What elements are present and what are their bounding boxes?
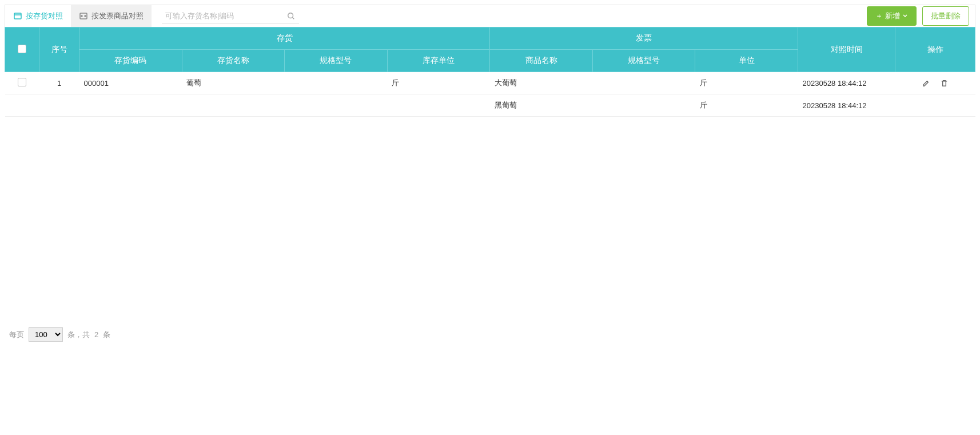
- cell-match-time: 20230528 18:44:12: [798, 94, 895, 117]
- search-box: [162, 9, 299, 23]
- table-row: 1 000001 葡萄 斤 大葡萄 斤 20230528 18:44:12: [5, 72, 975, 94]
- data-table: 序号 存货 发票 对照时间 操作 存货编码 存货名称 规格型号 库存单位 商品名…: [5, 27, 975, 117]
- cell-seq: 1: [39, 72, 79, 94]
- cell-inventory-name: 葡萄: [182, 72, 285, 94]
- cell-product-spec: [592, 72, 695, 94]
- th-inventory-group: 存货: [79, 27, 490, 50]
- plus-icon: ＋: [875, 11, 883, 21]
- chevron-down-icon: [902, 12, 908, 21]
- button-label: 新增: [885, 11, 900, 21]
- tab-by-inventory[interactable]: 按存货对照: [5, 5, 71, 27]
- th-product-unit: 单位: [695, 50, 798, 72]
- th-product-spec: 规格型号: [592, 50, 695, 72]
- svg-point-4: [288, 13, 293, 18]
- table-row: 黑葡萄 斤 20230528 18:44:12: [5, 94, 975, 117]
- per-page-select[interactable]: 100: [29, 327, 63, 342]
- th-invoice-group: 发票: [490, 27, 798, 50]
- cell-product-name: 黑葡萄: [490, 94, 593, 117]
- button-label: 批量删除: [931, 11, 961, 21]
- th-inventory-name: 存货名称: [182, 50, 285, 72]
- search-input[interactable]: [165, 11, 286, 20]
- footer-unit-suffix: 条: [103, 330, 110, 340]
- per-page-label: 每页: [9, 330, 24, 340]
- svg-point-2: [81, 15, 82, 17]
- cell-inventory-spec: [285, 94, 388, 117]
- cell-inventory-unit: 斤: [387, 72, 490, 94]
- pagination-footer: 每页 100 条，共 2 条: [5, 323, 975, 346]
- svg-rect-0: [14, 13, 21, 19]
- cell-product-name: 大葡萄: [490, 72, 593, 94]
- edit-icon[interactable]: [922, 78, 931, 88]
- tab-by-invoice[interactable]: 按发票商品对照: [71, 5, 152, 27]
- invoice-icon: [79, 11, 88, 21]
- cell-inventory-name: [182, 94, 285, 117]
- cell-inventory-code: [79, 94, 182, 117]
- th-inventory-unit: 库存单位: [387, 50, 490, 72]
- th-product-name: 商品名称: [490, 50, 593, 72]
- batch-delete-button[interactable]: 批量删除: [922, 6, 969, 26]
- footer-unit-text: 条，共: [67, 330, 90, 340]
- cell-inventory-code: 000001: [79, 72, 182, 94]
- add-button[interactable]: ＋ 新增: [867, 6, 917, 26]
- search-icon[interactable]: [286, 11, 296, 21]
- th-actions: 操作: [895, 27, 975, 72]
- th-seq: 序号: [39, 27, 79, 72]
- th-inventory-code: 存货编码: [79, 50, 182, 72]
- footer-total: 2: [94, 330, 98, 339]
- svg-point-3: [85, 15, 86, 17]
- select-all-checkbox[interactable]: [18, 45, 26, 53]
- cell-match-time: 20230528 18:44:12: [798, 72, 895, 94]
- inventory-icon: [13, 11, 22, 21]
- tab-label: 按发票商品对照: [91, 11, 144, 21]
- cell-product-unit: 斤: [695, 72, 798, 94]
- th-inventory-spec: 规格型号: [285, 50, 388, 72]
- th-match-time: 对照时间: [798, 27, 895, 72]
- cell-inventory-unit: [387, 94, 490, 117]
- delete-icon[interactable]: [940, 78, 949, 88]
- row-checkbox[interactable]: [18, 78, 26, 86]
- cell-inventory-spec: [285, 72, 388, 94]
- toolbar: 按存货对照 按发票商品对照 ＋ 新增 批量删除: [5, 5, 975, 27]
- cell-product-unit: 斤: [695, 94, 798, 117]
- cell-product-spec: [592, 94, 695, 117]
- tab-label: 按存货对照: [26, 11, 63, 21]
- cell-seq: [39, 94, 79, 117]
